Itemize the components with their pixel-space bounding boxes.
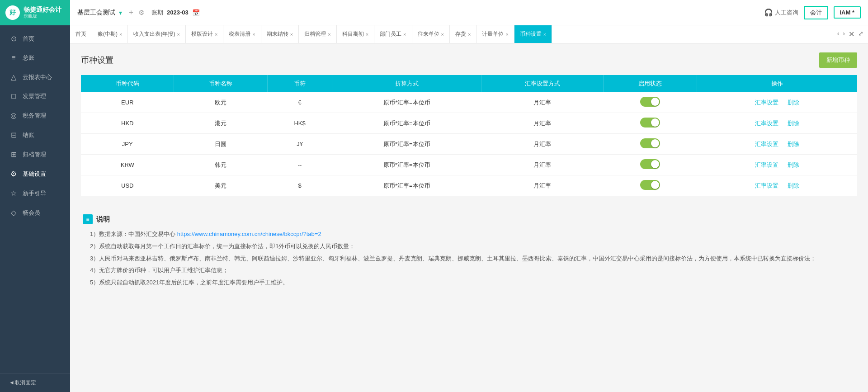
cell-actions: 汇率设置 删除 [697, 92, 857, 113]
tab-label: 账(中期) [98, 30, 118, 38]
tab-close-icon[interactable]: × [252, 32, 255, 37]
delete-link[interactable]: 删除 [788, 161, 799, 168]
topbar: 基层工会测试 ▾ ＋ ⚙ 账期 2023-03 📅 🎧 人工咨询 会计 iAM … [70, 0, 868, 25]
headset-icon: 🎧 [764, 8, 773, 17]
tab-close-icon[interactable]: × [119, 32, 122, 37]
status-toggle[interactable] [640, 138, 660, 148]
main-area: 基层工会测试 ▾ ＋ ⚙ 账期 2023-03 📅 🎧 人工咨询 会计 iAM … [70, 0, 868, 392]
cell-symbol: J¥ [267, 134, 332, 155]
archive-icon: ⊞ [9, 150, 18, 159]
tab-close-icon[interactable]: × [177, 32, 179, 37]
tab-prev-button[interactable]: ‹ [836, 29, 840, 39]
period-value: 2023-03 [167, 9, 189, 16]
tab-currency[interactable]: 币种设置 × [514, 25, 552, 43]
kuaiji-button[interactable]: 会计 [804, 6, 828, 19]
delete-link[interactable]: 删除 [788, 99, 799, 106]
rate-setting-link[interactable]: 汇率设置 [755, 120, 778, 127]
calendar-icon[interactable]: 📅 [192, 9, 200, 16]
topbar-settings-icon[interactable]: ⚙ [138, 9, 144, 17]
tab-subject[interactable]: 科目期初 × [337, 25, 374, 43]
delete-link[interactable]: 删除 [788, 120, 799, 127]
tab-close-icon[interactable]: × [215, 32, 217, 37]
sidebar-item-label: 首页 [23, 35, 34, 43]
sidebar-item-member[interactable]: ◇ 畅会员 [0, 203, 70, 222]
cell-actions: 汇率设置 删除 [697, 175, 857, 196]
logo-title: 畅捷通好会计 [24, 6, 61, 14]
sidebar: 好 畅捷通好会计 旗舰版 ⊙ 首页 ≡ 总账 △ 云报表中心 □ 发票管理 ◎ … [0, 0, 70, 392]
sidebar-item-basic[interactable]: ⚙ 基础设置 [0, 164, 70, 184]
tab-period-end[interactable]: 期末结转 × [261, 25, 299, 43]
tab-home[interactable]: 首页 [70, 25, 92, 43]
tab-close-icon[interactable]: × [468, 32, 471, 37]
tab-department[interactable]: 部门员工 × [374, 25, 412, 43]
sidebar-item-invoice[interactable]: □ 发票管理 [0, 87, 70, 106]
cell-rate-type: 月汇率 [481, 134, 604, 155]
delete-link[interactable]: 删除 [788, 182, 799, 189]
tab-close-icon[interactable]: × [290, 32, 293, 37]
tab-close-icon[interactable]: × [403, 32, 406, 37]
sidebar-item-archive[interactable]: ⊞ 归档管理 [0, 145, 70, 164]
tab-bar: 首页 账(中期) × 收入支出表(年报) × 模版设计 × 税表清册 × 期末结… [70, 25, 868, 43]
status-toggle[interactable] [640, 180, 660, 190]
iam-button[interactable]: iAM * [834, 6, 861, 19]
home-icon: ⊙ [9, 34, 18, 43]
help-button[interactable]: 🎧 人工咨询 [764, 8, 798, 17]
tab-measure[interactable]: 计量单位 × [476, 25, 514, 43]
tab-stock[interactable]: 存货 × [450, 25, 476, 43]
tab-archive[interactable]: 归档管理 × [299, 25, 336, 43]
notes-item: 3）人民币对马来西亚林吉特、俄罗斯卢布、南非兰特、韩元、阿联酋迪拉姆、沙特里亚尔… [90, 254, 855, 264]
tab-close-icon[interactable]: × [366, 32, 368, 37]
cell-code: EUR [81, 92, 174, 113]
sidebar-item-label: 结账 [23, 131, 34, 139]
col-code: 币种代码 [81, 75, 174, 92]
cell-symbol: $ [267, 175, 332, 196]
cell-status [604, 175, 697, 196]
tab-period[interactable]: 账(中期) × [92, 25, 128, 43]
add-tab-button[interactable]: ＋ [127, 8, 135, 17]
company-dropdown[interactable]: ▾ [119, 9, 122, 16]
page-title: 币种设置 [81, 55, 113, 66]
checkout-icon: ⊟ [9, 131, 18, 139]
new-currency-button[interactable]: 新增币种 [819, 52, 857, 68]
sidebar-item-ledger[interactable]: ≡ 总账 [0, 48, 70, 67]
cell-rate-type: 月汇率 [481, 92, 604, 113]
sidebar-unpin[interactable]: ◄取消固定 [0, 373, 70, 392]
tab-close-icon[interactable]: × [328, 32, 330, 37]
cell-status [604, 92, 697, 113]
cell-name: 港元 [174, 113, 268, 134]
sidebar-item-label: 基础设置 [23, 170, 46, 178]
tab-next-button[interactable]: › [842, 29, 846, 39]
sidebar-item-report[interactable]: △ 云报表中心 [0, 67, 70, 87]
tab-close-icon[interactable]: × [543, 32, 546, 37]
status-toggle[interactable] [640, 97, 660, 107]
rate-setting-link[interactable]: 汇率设置 [755, 161, 778, 168]
sidebar-item-tax[interactable]: ◎ 税务管理 [0, 106, 70, 125]
notes-link[interactable]: https://www.chinamoney.com.cn/chinese/bk… [177, 231, 321, 237]
tab-label: 币种设置 [520, 30, 542, 38]
rate-setting-link[interactable]: 汇率设置 [755, 141, 778, 147]
delete-link[interactable]: 删除 [788, 141, 799, 147]
tab-income[interactable]: 收入支出表(年报) × [128, 25, 185, 43]
sidebar-item-guide[interactable]: ☆ 新手引导 [0, 184, 70, 203]
logo-sub: 旗舰版 [24, 13, 61, 19]
tab-template[interactable]: 模版设计 × [186, 25, 223, 43]
cell-calc: 原币*汇率=本位币 [332, 92, 481, 113]
expand-button[interactable]: ⤢ [857, 29, 864, 39]
tab-unit[interactable]: 往来单位 × [412, 25, 450, 43]
status-toggle[interactable] [640, 159, 660, 169]
rate-setting-link[interactable]: 汇率设置 [755, 182, 778, 189]
notes-title: 说明 [96, 215, 110, 224]
tab-tax[interactable]: 税表清册 × [223, 25, 261, 43]
status-toggle[interactable] [640, 118, 660, 128]
sidebar-item-checkout[interactable]: ⊟ 结账 [0, 125, 70, 145]
unpin-label: ◄取消固定 [9, 379, 36, 387]
tab-close-icon[interactable]: × [441, 32, 444, 37]
rate-setting-link[interactable]: 汇率设置 [755, 99, 778, 106]
member-icon: ◇ [9, 208, 18, 217]
tab-close-all-button[interactable]: ✕ [848, 29, 855, 39]
cell-actions: 汇率设置 删除 [697, 155, 857, 175]
notes-item: 2）系统自动获取每月第一个工作日的汇率标价，统一为直接标价法，即1外币可以兑换的… [90, 242, 855, 251]
tab-close-icon[interactable]: × [505, 32, 508, 37]
sidebar-item-home[interactable]: ⊙ 首页 [0, 29, 70, 48]
cell-rate-type: 月汇率 [481, 175, 604, 196]
